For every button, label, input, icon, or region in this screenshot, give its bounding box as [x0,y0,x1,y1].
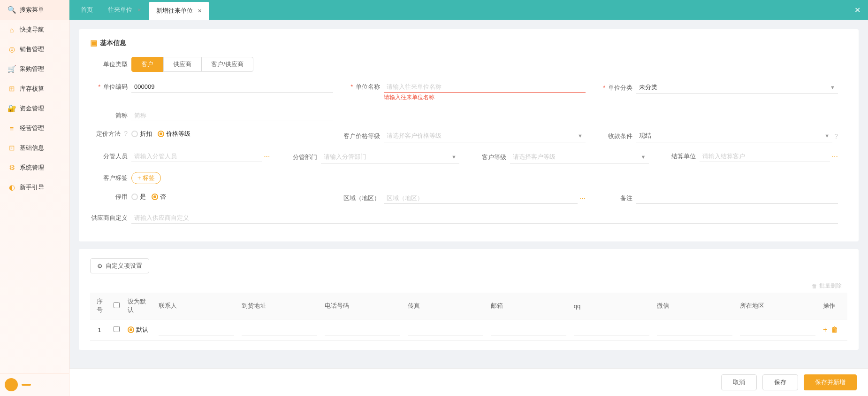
row-phone[interactable] [321,319,404,341]
window-close-button[interactable]: ✕ [851,6,864,15]
pricing-label: 定价方法 ? [90,130,128,138]
wechat-input[interactable] [657,324,732,335]
remark-input[interactable] [636,193,838,204]
address-input[interactable] [242,324,317,335]
customer-level-select[interactable]: 请选择客户等级 ▼ [510,151,649,163]
sidebar-item-inventory[interactable]: ⊞ 库存核算 [0,79,69,99]
sidebar-item-sales[interactable]: ◎ 销售管理 [0,39,69,59]
batch-delete-label: 批量删除 [819,282,842,290]
sidebar-item-basic[interactable]: ⊡ 基础信息 [0,138,69,158]
tab-new-partner[interactable]: 新增往来单位 ✕ [149,2,209,20]
radio-disable-no-label: 否 [160,193,166,201]
row-checkbox[interactable] [114,326,120,332]
dept-label: 分管部门 [280,153,317,162]
manager-input[interactable] [131,151,262,162]
add-tag-button[interactable]: + 标签 [131,172,161,184]
sidebar-item-quick-nav[interactable]: ⌂ 快捷导航 [0,20,69,39]
finance-icon: 🔐 [8,104,16,113]
tab-home[interactable]: 首页 [73,0,100,20]
region-more-icon[interactable]: ··· [579,194,586,202]
cancel-button[interactable]: 取消 [721,374,757,390]
dept-select[interactable]: 请输入分管部门 ▼ [321,151,460,163]
region-label: 区域（地区） [343,194,380,202]
delete-row-button[interactable]: 🗑 [831,326,838,334]
short-name-input[interactable] [131,110,333,121]
region-input[interactable] [384,193,578,204]
customer-price-select[interactable]: 请选择客户价格等级 ▼ [384,130,586,142]
fax-input[interactable] [408,324,483,335]
unit-category-label: * 单位分类 [595,84,632,92]
sidebar-item-guide[interactable]: ◐ 新手引导 [0,178,69,197]
add-row-button[interactable]: + [823,326,827,334]
radio-price-level[interactable]: 价格等级 [158,130,190,138]
tab-partners-close[interactable]: ✕ [137,7,141,13]
sidebar-item-purchase[interactable]: 🛒 采购管理 [0,59,69,79]
row-qq[interactable] [570,319,653,341]
col-qq: qq [570,293,653,319]
chevron-down-icon: ▼ [578,133,583,139]
settlement-label: 结算单位 [658,152,696,161]
payment-help-icon[interactable]: ? [834,132,838,140]
row-address[interactable] [238,319,321,341]
unit-category-select[interactable]: 未分类 ▼ [636,81,838,94]
row-contact[interactable] [155,319,238,341]
row-email[interactable] [487,319,570,341]
save-new-button[interactable]: 保存并新增 [804,374,857,390]
supplier-custom-input[interactable] [131,212,838,224]
form-row-manager: 分管人员 ··· 分管部门 请输入分管部门 ▼ 客户等级 请选择客户等级 ▼ [90,151,847,163]
col-contact: 联系人 [155,293,238,319]
remark-label: 备注 [595,194,632,202]
region-table-input[interactable] [740,324,815,335]
row-default-radio[interactable]: 默认 [128,326,151,334]
guide-icon: ◐ [8,183,16,192]
select-all-checkbox[interactable] [114,302,120,308]
sidebar-item-operations[interactable]: ≡ 经营管理 [0,118,69,138]
phone-input[interactable] [325,324,400,335]
unit-btn-supplier[interactable]: 供应商 [163,57,201,72]
pricing-help-icon[interactable]: ? [124,130,128,137]
payment-label: 收款条件 [595,132,632,140]
unit-btn-both[interactable]: 客户/供应商 [201,57,253,72]
chevron-down-icon: ▼ [830,85,835,90]
chevron-down-icon: ▼ [451,154,457,160]
batch-delete-button[interactable]: 🗑 批量删除 [812,282,842,290]
sidebar-item-finance[interactable]: 🔐 资金管理 [0,99,69,118]
row-fax[interactable] [404,319,487,341]
field-unit-category: * 单位分类 未分类 ▼ [595,81,838,94]
section-title-icon: ▣ [90,39,97,47]
sidebar-item-label: 基础信息 [20,144,44,152]
unit-btn-customer[interactable]: 客户 [131,57,163,72]
custom-setting-button[interactable]: ⚙ 自定义项设置 [90,258,149,273]
contact-input[interactable] [159,324,234,335]
radio-disable-no[interactable]: 否 [152,193,166,201]
qq-input[interactable] [574,324,649,335]
tab-new-partner-close[interactable]: ✕ [198,8,202,14]
unit-name-input[interactable] [384,81,586,93]
col-checkbox [109,293,124,319]
chevron-down-icon: ▼ [824,133,830,139]
radio-dot [160,132,162,135]
settlement-input[interactable] [700,151,830,162]
sidebar-item-search[interactable]: 🔍 搜索菜单 [0,0,69,20]
unit-code-input[interactable] [131,81,333,93]
radio-discount[interactable]: 折扣 [131,130,152,138]
unit-category-value: 未分类 [639,83,657,92]
row-region[interactable] [736,319,819,341]
field-region: 区域（地区） ··· [343,193,586,204]
table-card: ⚙ 自定义项设置 🗑 批量删除 序号 设为默认 联系 [79,249,859,350]
table-header-row: 序号 设为默认 联系人 到货地址 电话号码 传真 邮箱 qq 微信 所在地区 [90,293,847,319]
sidebar-item-system[interactable]: ⚙ 系统管理 [0,158,69,178]
settlement-more-icon[interactable]: ··· [832,152,838,161]
col-fax: 传真 [404,293,487,319]
manager-more-icon[interactable]: ··· [264,152,270,161]
row-wechat[interactable] [653,319,736,341]
add-tag-label: + 标签 [137,174,155,182]
tab-partners[interactable]: 往来单位 ✕ [100,0,149,20]
email-input[interactable] [491,324,566,335]
radio-dot [129,328,132,331]
payment-select[interactable]: 现结 ▼ [636,130,832,142]
form-row-shortname: 简称 [90,110,847,121]
delete-icon: 🗑 [812,283,817,289]
radio-disable-yes[interactable]: 是 [131,193,146,201]
save-button[interactable]: 保存 [762,374,798,390]
